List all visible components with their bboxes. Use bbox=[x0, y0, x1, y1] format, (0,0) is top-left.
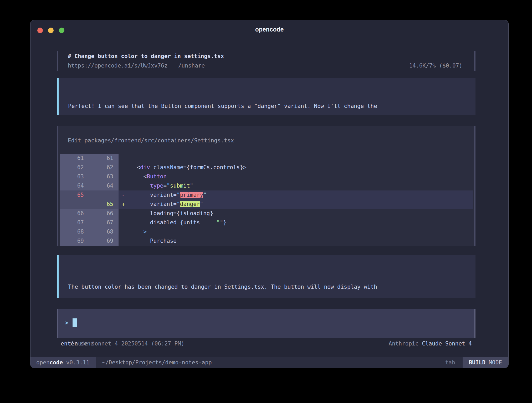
diff-marker: - bbox=[119, 190, 127, 200]
old-line-number: 62 bbox=[60, 163, 89, 172]
prompt-input[interactable]: > bbox=[57, 309, 475, 338]
key-hint-key: enter bbox=[61, 340, 77, 347]
code-line: variant="danger" bbox=[127, 200, 203, 209]
prompt-symbol: > bbox=[65, 320, 68, 326]
old-line-number: 65 bbox=[60, 190, 89, 200]
assistant-message: The button color has been changed to dan… bbox=[57, 255, 475, 298]
status-bar: opencode v0.3.11 ~/Desktop/Projects/demo… bbox=[30, 357, 508, 368]
mode-suffix: MODE bbox=[485, 359, 502, 366]
model-name: Claude Sonnet 4 bbox=[422, 340, 472, 347]
provider-name: Anthropic bbox=[389, 340, 419, 347]
diff-marker bbox=[119, 154, 127, 163]
working-directory: ~/Desktop/Projects/demo-notes-app bbox=[102, 359, 212, 366]
code-line: disabled={units === ""} bbox=[127, 218, 227, 227]
assistant-message: Perfect! I can see that the Button compo… bbox=[57, 78, 475, 115]
diff-marker bbox=[119, 227, 127, 236]
key-hint-action: send bbox=[80, 340, 94, 347]
diff-marker bbox=[119, 236, 127, 246]
token-usage: 14.6K/7% ($0.07) bbox=[409, 61, 462, 70]
diff-row: 65+ variant="danger" bbox=[60, 200, 473, 209]
old-line-number: 66 bbox=[60, 209, 89, 218]
old-line-number: 69 bbox=[60, 236, 89, 246]
window-titlebar: opencode bbox=[30, 20, 508, 39]
edit-tool-title: Edit packages/frontend/src/containers/Se… bbox=[58, 126, 474, 145]
model-indicator: AnthropicClaude Sonnet 4 bbox=[389, 339, 472, 348]
diff-row: 6464 type="submit" bbox=[60, 181, 473, 190]
app-version-badge: opencode v0.3.11 bbox=[30, 357, 96, 368]
diff-marker: + bbox=[119, 200, 127, 209]
diff-row: 6262 <div className={formCs.controls}> bbox=[60, 163, 473, 172]
diff-row: 6161 bbox=[60, 154, 473, 163]
new-line-number: 68 bbox=[89, 227, 119, 236]
new-line-number: 65 bbox=[89, 200, 119, 209]
code-line: loading={isLoading} bbox=[127, 209, 213, 218]
diff-row: 6666 loading={isLoading} bbox=[60, 209, 473, 218]
share-url[interactable]: https://opencode.ai/s/UwJxv76z bbox=[68, 63, 167, 69]
new-line-number: 67 bbox=[89, 218, 119, 227]
diff-row: 6767 disabled={units === ""} bbox=[60, 218, 473, 227]
tab-key-hint: tab bbox=[445, 359, 455, 366]
code-line: type="submit" bbox=[127, 181, 193, 190]
diff-row: 6363 <Button bbox=[60, 172, 473, 181]
code-line: <Button bbox=[127, 172, 167, 181]
desktop: { "window": { "title": "opencode" }, "he… bbox=[0, 0, 532, 403]
new-line-number: 64 bbox=[89, 181, 119, 190]
window-title: opencode bbox=[30, 26, 508, 33]
new-line-number bbox=[89, 190, 119, 200]
old-line-number: 64 bbox=[60, 181, 89, 190]
edit-tool-block: Edit packages/frontend/src/containers/Se… bbox=[57, 126, 475, 246]
unshare-command[interactable]: /unshare bbox=[178, 63, 205, 69]
new-line-number: 62 bbox=[89, 163, 119, 172]
session-title: # Change button color to danger in setti… bbox=[68, 51, 462, 61]
code-line: <div className={formCs.controls}> bbox=[127, 163, 247, 172]
diff-marker bbox=[119, 181, 127, 190]
old-line-number bbox=[60, 200, 89, 209]
old-line-number: 67 bbox=[60, 218, 89, 227]
diff-marker bbox=[119, 172, 127, 181]
mode-name: BUILD bbox=[469, 359, 485, 366]
message-line: Perfect! I can see that the Button compo… bbox=[68, 101, 475, 111]
terminal-window: opencode # Change button color to danger… bbox=[30, 20, 509, 368]
input-footer: entersend AnthropicClaude Sonnet 4 bbox=[57, 339, 475, 348]
text-cursor bbox=[73, 318, 77, 327]
key-hint: entersend bbox=[61, 339, 94, 348]
code-line: Purchase bbox=[127, 236, 177, 246]
new-line-number: 69 bbox=[89, 236, 119, 246]
old-line-number: 61 bbox=[60, 154, 89, 163]
diff-marker bbox=[119, 209, 127, 218]
code-line bbox=[127, 154, 130, 163]
diff-row: 65- variant="primary" bbox=[60, 190, 473, 200]
diff-marker bbox=[119, 163, 127, 172]
app-name-open: open bbox=[36, 359, 50, 366]
session-header: # Change button color to danger in setti… bbox=[57, 51, 475, 71]
old-line-number: 63 bbox=[60, 172, 89, 181]
new-line-number: 61 bbox=[89, 154, 119, 163]
code-line: variant="primary" bbox=[127, 190, 207, 200]
new-line-number: 63 bbox=[89, 172, 119, 181]
share-url-group: https://opencode.ai/s/UwJxv76z /unshare bbox=[68, 61, 205, 70]
code-line: > bbox=[127, 227, 147, 236]
message-line: The button color has been changed to dan… bbox=[68, 282, 475, 292]
app-name-code: code bbox=[50, 359, 63, 366]
diff-marker bbox=[119, 218, 127, 227]
new-line-number: 66 bbox=[89, 209, 119, 218]
mode-toggle[interactable]: BUILD MODE bbox=[463, 357, 508, 368]
old-line-number: 68 bbox=[60, 227, 89, 236]
diff-row: 6868 > bbox=[60, 227, 473, 236]
diff-row: 6969 Purchase bbox=[60, 236, 473, 246]
app-version: v0.3.11 bbox=[63, 359, 89, 366]
diff-grid: 61616262 <div className={formCs.controls… bbox=[60, 154, 473, 246]
